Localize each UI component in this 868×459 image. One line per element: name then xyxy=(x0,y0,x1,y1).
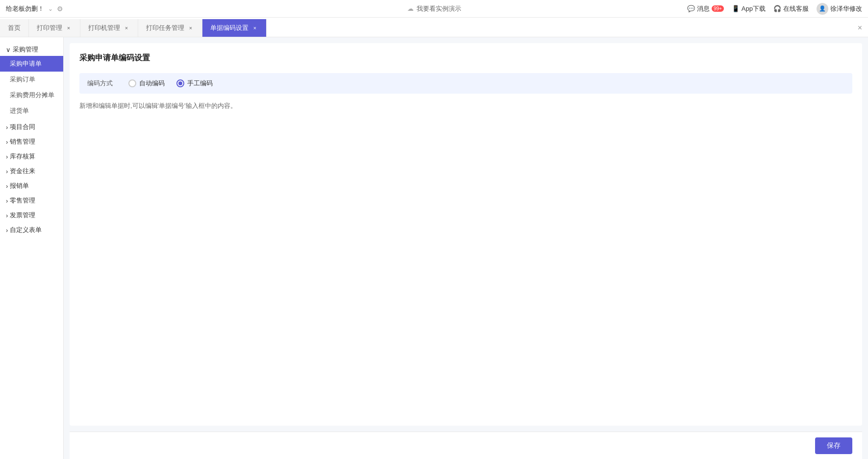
chevron-right-icon-expense: › xyxy=(6,182,8,190)
sidebar-group-purchase-label: 采购管理 xyxy=(13,45,38,54)
tab-document-encoding-settings-close-icon[interactable]: × xyxy=(251,25,258,31)
headset-icon: 🎧 xyxy=(773,5,781,12)
sidebar-item-purchase-order-label: 采购订单 xyxy=(10,76,35,83)
chevron-down-icon-purchase: ∨ xyxy=(6,46,11,53)
cloud-icon: ☁ xyxy=(407,5,414,12)
sidebar-group-retail-label: 零售管理 xyxy=(10,196,35,205)
sidebar-group-invoice-management[interactable]: › 发票管理 xyxy=(0,207,63,222)
chevron-right-icon-fund: › xyxy=(6,168,8,175)
sidebar-group-fund-transactions[interactable]: › 资金往来 xyxy=(0,163,63,178)
user-name-label: 徐泽华修改 xyxy=(830,4,862,13)
app-download-button[interactable]: 📱 App下载 xyxy=(732,4,766,13)
sidebar-group-project-contract[interactable]: › 项目合同 xyxy=(0,119,63,133)
radio-auto-circle xyxy=(128,79,136,87)
sidebar-group-project-label: 项目合同 xyxy=(10,123,35,131)
sidebar-item-goods-receipt[interactable]: 进货单 xyxy=(0,103,63,119)
online-service-label: 在线客服 xyxy=(783,4,809,13)
sidebar-group-expense-label: 报销单 xyxy=(10,181,29,190)
content-area: 采购申请单编码设置 编码方式 自动编码 手工编码 新增和编辑单据时,可以编辑'单… xyxy=(64,37,868,459)
sidebar-group-expense-reimbursement[interactable]: › 报销单 xyxy=(0,178,63,192)
radio-manual-encoding[interactable]: 手工编码 xyxy=(176,79,213,88)
description-text: 新增和编辑单据时,可以编辑'单据编号'输入框中的内容。 xyxy=(79,102,852,110)
sidebar-group-retail-management[interactable]: › 零售管理 xyxy=(0,192,63,207)
gear-icon[interactable]: ⚙ xyxy=(57,5,63,13)
tab-bar: 首页 打印管理 × 打印机管理 × 打印任务管理 × 单据编码设置 × × xyxy=(0,18,868,37)
page-title: 采购申请单编码设置 xyxy=(79,53,852,63)
radio-auto-label: 自动编码 xyxy=(139,79,165,88)
message-icon: 💬 xyxy=(687,5,695,12)
tab-printer-management[interactable]: 打印机管理 × xyxy=(80,19,138,37)
sidebar-group-inventory-accounting[interactable]: › 库存核算 xyxy=(0,148,63,163)
chevron-right-icon-invoice: › xyxy=(6,212,8,219)
demo-link-text[interactable]: 我要看实例演示 xyxy=(417,4,461,13)
sidebar-item-purchase-order[interactable]: 采购订单 xyxy=(0,72,63,87)
main-layout: ∨ 采购管理 采购申请单 采购订单 采购费用分摊单 进货单 › 项目合同 › 销… xyxy=(0,37,868,459)
sidebar-group-fund-label: 资金往来 xyxy=(10,167,35,176)
phone-icon: 📱 xyxy=(732,5,740,12)
sidebar-group-sales-management[interactable]: › 销售管理 xyxy=(0,133,63,148)
tab-print-task-management[interactable]: 打印任务管理 × xyxy=(138,19,202,37)
sidebar: ∨ 采购管理 采购申请单 采购订单 采购费用分摊单 进货单 › 项目合同 › 销… xyxy=(0,37,64,459)
online-service-button[interactable]: 🎧 在线客服 xyxy=(773,4,809,13)
radio-manual-label: 手工编码 xyxy=(187,79,213,88)
content-main: 采购申请单编码设置 编码方式 自动编码 手工编码 新增和编辑单据时,可以编辑'单… xyxy=(70,43,862,426)
tab-print-management-close-icon[interactable]: × xyxy=(65,25,72,31)
save-button[interactable]: 保存 xyxy=(815,437,852,454)
top-bar-brand-text: 给老板勿删！ xyxy=(6,4,44,13)
top-bar-right: 💬 消息 99+ 📱 App下载 🎧 在线客服 👤 徐泽华修改 xyxy=(687,3,862,15)
radio-auto-encoding[interactable]: 自动编码 xyxy=(128,79,165,88)
encoding-label: 编码方式 xyxy=(87,79,113,88)
tab-print-management-label: 打印管理 xyxy=(37,24,62,32)
chevron-down-icon[interactable]: ⌄ xyxy=(48,5,53,12)
encoding-row: 编码方式 自动编码 手工编码 xyxy=(79,73,852,94)
chevron-right-icon-custom: › xyxy=(6,227,8,234)
message-button[interactable]: 💬 消息 99+ xyxy=(687,4,724,13)
sidebar-item-purchase-expense-split[interactable]: 采购费用分摊单 xyxy=(0,87,63,103)
top-bar: 给老板勿删！ ⌄ ⚙ ☁ 我要看实例演示 💬 消息 99+ 📱 App下载 🎧 … xyxy=(0,0,868,18)
tab-print-task-management-label: 打印任务管理 xyxy=(146,24,184,32)
sidebar-item-purchase-requisition-label: 采购申请单 xyxy=(10,60,42,67)
radio-manual-circle xyxy=(176,79,184,87)
app-download-label: App下载 xyxy=(742,4,766,13)
sidebar-group-purchase-management[interactable]: ∨ 采购管理 xyxy=(0,41,63,56)
tab-print-management[interactable]: 打印管理 × xyxy=(29,19,80,37)
tab-document-encoding-settings-label: 单据编码设置 xyxy=(210,24,248,32)
avatar: 👤 xyxy=(817,3,828,15)
tab-printer-management-label: 打印机管理 xyxy=(88,24,120,32)
sidebar-group-sales-label: 销售管理 xyxy=(10,137,35,146)
tab-printer-management-close-icon[interactable]: × xyxy=(123,25,130,31)
tab-home[interactable]: 首页 xyxy=(0,19,29,37)
message-label: 消息 xyxy=(697,4,710,13)
sidebar-group-custom-form[interactable]: › 自定义表单 xyxy=(0,222,63,236)
tab-document-encoding-settings[interactable]: 单据编码设置 × xyxy=(202,19,267,37)
chevron-right-icon-sales: › xyxy=(6,138,8,146)
sidebar-group-custom-label: 自定义表单 xyxy=(10,226,42,234)
chevron-right-icon-inventory: › xyxy=(6,153,8,160)
bottom-bar: 保存 xyxy=(70,432,862,459)
sidebar-group-invoice-label: 发票管理 xyxy=(10,211,35,220)
top-bar-left: 给老板勿删！ ⌄ ⚙ xyxy=(6,4,63,13)
chevron-right-icon-retail: › xyxy=(6,197,8,204)
sidebar-item-purchase-expense-split-label: 采购费用分摊单 xyxy=(10,91,54,99)
sidebar-group-inventory-label: 库存核算 xyxy=(10,152,35,161)
user-profile-button[interactable]: 👤 徐泽华修改 xyxy=(817,3,862,15)
tab-print-task-management-close-icon[interactable]: × xyxy=(187,25,194,31)
sidebar-item-purchase-requisition[interactable]: 采购申请单 xyxy=(0,56,63,72)
tab-home-label: 首页 xyxy=(8,24,21,32)
message-badge: 99+ xyxy=(712,5,724,12)
top-bar-center: ☁ 我要看实例演示 xyxy=(407,4,461,13)
chevron-right-icon-project: › xyxy=(6,124,8,131)
sidebar-item-goods-receipt-label: 进货单 xyxy=(10,107,29,114)
tab-bar-close-button[interactable]: × xyxy=(852,19,868,37)
